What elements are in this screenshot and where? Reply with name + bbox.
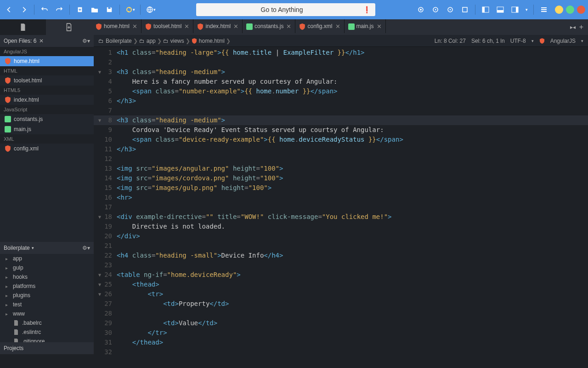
code-line[interactable]: Directive is not loaded. — [117, 222, 225, 231]
close-icon[interactable]: ✕ — [132, 23, 137, 30]
folder-item[interactable]: ▸hooks — [0, 272, 94, 282]
fold-icon[interactable]: ▼ — [98, 115, 101, 125]
code-line[interactable]: <h3 class="heading -medium"> — [117, 67, 225, 77]
editor-tab[interactable]: toolset.html✕ — [141, 19, 193, 33]
globe-button[interactable]: ▾ — [144, 3, 157, 16]
close-icon[interactable]: ✕ — [286, 23, 291, 30]
code-line[interactable]: <span class="number-example">{{ home.num… — [117, 86, 338, 96]
code-line[interactable]: Cordova 'Device Ready' Event Status serv… — [117, 125, 384, 135]
open-file-item[interactable]: config.xml — [0, 144, 94, 154]
close-button[interactable] — [577, 6, 585, 14]
projects-footer[interactable]: Projects — [0, 342, 94, 354]
close-icon[interactable]: ✕ — [377, 23, 382, 30]
code-line[interactable]: </tr> — [117, 328, 167, 338]
code-line[interactable]: <div example-directive="" title="WOW!" c… — [117, 212, 392, 222]
code-line[interactable]: <hr> — [117, 193, 132, 202]
file-item[interactable]: .gitignore — [0, 337, 94, 342]
fold-icon[interactable]: ▼ — [98, 212, 101, 222]
close-icon[interactable]: ✕ — [233, 23, 238, 30]
folder-item[interactable]: ▸test — [0, 300, 94, 309]
project-header[interactable]: Boilerplate▾ ⚙▾ — [0, 242, 94, 254]
fold-icon[interactable]: ▼ — [98, 270, 101, 280]
cursor-position[interactable]: Ln: 8 Col: 27 — [435, 38, 466, 44]
folder-item[interactable]: ▸www — [0, 309, 94, 318]
fold-icon[interactable]: ▼ — [98, 289, 101, 299]
breadcrumb-item[interactable]: 🗀 views — [163, 38, 184, 44]
code-line[interactable]: </h3> — [117, 144, 136, 154]
editor-tab[interactable]: index.html✕ — [193, 19, 243, 33]
code-line[interactable]: <td>Property</td> — [117, 299, 229, 309]
code-line[interactable]: <h4 class="heading -small">Device Info</… — [117, 251, 283, 260]
file-category: HTML5 — [0, 86, 94, 95]
sync-button[interactable]: ▾ — [124, 3, 136, 16]
close-icon[interactable]: ✕ — [335, 23, 340, 30]
code-line[interactable]: <img src="images/cordova.png" height="10… — [117, 173, 283, 183]
selection-info[interactable]: Sel: 6 ch, 1 ln — [471, 38, 505, 44]
open-file-item[interactable]: toolset.html — [0, 75, 94, 86]
code-line[interactable]: <span class="device-ready-example">{{ ho… — [117, 135, 403, 144]
code-line[interactable]: <img src="images/gulp.png" height="100"> — [117, 183, 271, 193]
forward-button[interactable] — [17, 3, 30, 16]
maximize-button[interactable] — [566, 6, 574, 14]
code-line[interactable]: </thead> — [117, 338, 163, 347]
layout-right-button[interactable] — [509, 3, 521, 16]
close-panel-icon[interactable]: ✕ — [39, 38, 44, 44]
new-editor-tab[interactable]: + — [579, 23, 583, 31]
goto-input[interactable]: Go to Anything ❗ — [196, 3, 375, 16]
open-file-item[interactable]: home.html — [0, 56, 94, 66]
code-line[interactable]: <h3 class="heading -medium"> — [117, 115, 225, 125]
places-tab[interactable] — [0, 19, 46, 35]
code-line[interactable]: <img src="images/angular.png" height="10… — [117, 164, 283, 173]
open-file-item[interactable]: constants.js — [0, 114, 94, 124]
open-file-item[interactable]: index.html — [0, 95, 94, 105]
new-tab[interactable] — [46, 19, 92, 35]
editor-tab[interactable]: config.xml✕ — [295, 19, 344, 33]
editor-tab[interactable]: home.html✕ — [92, 19, 141, 33]
fold-icon[interactable]: ▼ — [98, 67, 101, 77]
code-editor[interactable]: 1<h1 class="heading -large">{{ home.titl… — [94, 47, 588, 354]
file-item[interactable]: .babelrc — [0, 318, 94, 328]
layout-left-button[interactable] — [479, 3, 492, 16]
code-line[interactable]: </div> — [117, 231, 140, 241]
undo-button[interactable] — [38, 3, 51, 16]
folder-item[interactable]: ▸platforms — [0, 282, 94, 291]
menu-button[interactable] — [537, 3, 550, 16]
redo-button[interactable] — [53, 3, 66, 16]
layout-dropdown[interactable]: ▾ — [523, 3, 530, 16]
play-button[interactable] — [444, 3, 457, 16]
code-line[interactable]: <td>Value</td> — [117, 318, 217, 328]
layout-bottom-button[interactable] — [494, 3, 507, 16]
fold-icon[interactable]: ▼ — [98, 280, 101, 289]
line-number: 23 — [94, 260, 117, 270]
encoding[interactable]: UTF-8 — [510, 38, 526, 44]
save-macro-button[interactable] — [458, 3, 471, 16]
code-line[interactable]: <h1 class="heading -large">{{ home.title… — [117, 48, 365, 58]
record-button[interactable] — [414, 3, 427, 16]
play-last-button[interactable] — [429, 3, 442, 16]
breadcrumb-item[interactable]: home.html — [192, 38, 224, 44]
open-file-item[interactable]: main.js — [0, 124, 94, 134]
folder-item[interactable]: ▸plugins — [0, 291, 94, 300]
code-line[interactable]: <thead> — [117, 280, 159, 289]
folder-item[interactable]: ▸app — [0, 254, 94, 263]
breadcrumb-item[interactable]: 🗀 app — [139, 38, 155, 44]
code-line[interactable]: </h3> — [117, 96, 136, 106]
project-gear-icon[interactable]: ⚙▾ — [82, 245, 90, 251]
open-file-button[interactable] — [88, 3, 101, 16]
back-button[interactable] — [3, 3, 16, 16]
file-item[interactable]: .eslintrc — [0, 328, 94, 337]
editor-tab[interactable]: main.js✕ — [345, 19, 386, 33]
code-line[interactable]: <tr> — [117, 289, 163, 299]
save-button[interactable] — [103, 3, 116, 16]
new-file-button[interactable] — [74, 3, 86, 16]
tab-list-button[interactable]: ▸◂ — [570, 24, 576, 30]
language-mode[interactable]: AngularJS — [550, 38, 576, 44]
code-line[interactable]: Here is a fancy number served up courtes… — [117, 77, 337, 86]
code-line[interactable]: <table ng-if="home.deviceReady"> — [117, 270, 241, 280]
minimize-button[interactable] — [555, 6, 563, 14]
editor-tab[interactable]: constants.js✕ — [243, 19, 295, 33]
gear-icon[interactable]: ⚙▾ — [82, 38, 90, 44]
close-icon[interactable]: ✕ — [184, 23, 189, 30]
folder-item[interactable]: ▸gulp — [0, 263, 94, 272]
breadcrumb-item[interactable]: Boilerplate — [106, 38, 132, 44]
